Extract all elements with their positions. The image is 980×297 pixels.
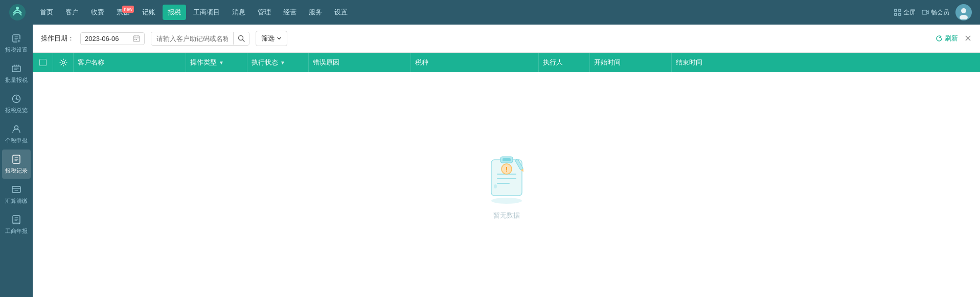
nav-item-accounting[interactable]: 记账 <box>137 5 161 20</box>
svg-rect-18 <box>13 216 20 224</box>
svg-point-25 <box>491 198 522 204</box>
settings-icon <box>59 58 67 67</box>
top-nav-right: 全屏 畅会员 <box>894 4 972 20</box>
close-button[interactable]: ✕ <box>964 34 972 43</box>
fullscreen-btn[interactable]: 全屏 <box>894 8 916 17</box>
sidebar-item-settlement[interactable]: 汇算清缴 <box>2 180 31 209</box>
nav-items: 首页 客户 收费 票据 new 记账 报税 工商项目 消息 管理 经营 服务 设… <box>35 5 894 20</box>
nav-item-service[interactable]: 服务 <box>304 5 327 20</box>
toolbar: 操作日期： <box>33 25 980 53</box>
th-client-name: 客户名称 <box>74 53 186 72</box>
sidebar-item-tax-settings[interactable]: 报税设置 <box>2 29 31 58</box>
logo[interactable] <box>8 3 27 22</box>
sidebar: 报税设置 批量报税 报税总览 <box>0 25 33 297</box>
refresh-icon <box>936 35 943 42</box>
sidebar-item-personal-tax[interactable]: 个税申报 <box>2 119 31 148</box>
nav-item-operation[interactable]: 经营 <box>278 5 302 20</box>
svg-point-8 <box>961 8 966 13</box>
th-exec-status[interactable]: 执行状态 ▼ <box>247 53 309 72</box>
nav-item-tax[interactable]: 报税 <box>163 5 186 20</box>
date-picker[interactable] <box>80 32 145 45</box>
svg-rect-5 <box>899 13 901 15</box>
th-end-time: 结束时间 <box>672 53 743 72</box>
nav-item-home[interactable]: 首页 <box>35 5 58 20</box>
svg-rect-20 <box>134 39 135 40</box>
table-container: 客户名称 操作类型 ▼ 执行状态 ▼ 错误原因 税种 执行人 <box>33 53 980 297</box>
sidebar-item-batch-tax[interactable]: 批量报税 <box>2 59 31 88</box>
th-error-reason: 错误原因 <box>309 53 411 72</box>
personal-tax-icon <box>11 123 22 135</box>
svg-text:!: ! <box>506 166 508 173</box>
svg-rect-3 <box>899 9 901 11</box>
nav-item-settings[interactable]: 设置 <box>329 5 353 20</box>
svg-rect-17 <box>12 186 20 193</box>
header-checkbox[interactable] <box>39 59 47 66</box>
sort-icon-exec-status: ▼ <box>280 60 285 66</box>
batch-tax-icon <box>11 63 22 74</box>
th-op-type[interactable]: 操作类型 ▼ <box>186 53 247 72</box>
empty-text: 暂无数据 <box>493 211 520 220</box>
th-start-time: 开始时间 <box>590 53 672 72</box>
toolbar-right: 刷新 ✕ <box>936 34 972 43</box>
svg-point-1 <box>16 7 19 10</box>
nav-item-ticket[interactable]: 票据 new <box>111 5 135 20</box>
main-layout: 报税设置 批量报税 报税总览 <box>0 25 980 297</box>
filter-button[interactable]: 筛选 <box>256 31 287 46</box>
chevron-down-icon <box>277 36 282 41</box>
th-checkbox[interactable] <box>33 53 53 72</box>
date-label: 操作日期： <box>41 34 74 43</box>
nav-item-fee[interactable]: 收费 <box>86 5 109 20</box>
svg-rect-4 <box>895 13 897 15</box>
video-icon <box>922 9 929 16</box>
sort-icon-op-type: ▼ <box>219 60 224 66</box>
search-wrap <box>151 32 249 46</box>
empty-image: ! <box>481 150 532 206</box>
svg-rect-2 <box>895 9 897 11</box>
nav-item-industry[interactable]: 工商项目 <box>188 5 225 20</box>
calendar-icon <box>133 35 140 42</box>
nav-item-manage[interactable]: 管理 <box>253 5 276 20</box>
search-input[interactable] <box>151 32 233 45</box>
svg-point-36 <box>494 184 497 188</box>
user-avatar[interactable] <box>955 4 972 20</box>
svg-point-14 <box>16 98 17 100</box>
svg-rect-12 <box>12 66 20 72</box>
tax-settings-icon <box>11 33 22 44</box>
annual-report-icon <box>11 214 22 225</box>
search-button[interactable] <box>233 32 249 45</box>
th-tax-type: 税种 <box>411 53 539 72</box>
avatar-icon <box>956 5 971 19</box>
svg-rect-6 <box>922 10 927 14</box>
svg-line-23 <box>243 40 245 42</box>
svg-rect-28 <box>503 158 511 161</box>
new-badge: new <box>122 6 134 13</box>
top-navigation: 首页 客户 收费 票据 new 记账 报税 工商项目 消息 管理 经营 服务 设… <box>0 0 980 25</box>
sidebar-item-tax-record[interactable]: 报税记录 <box>2 150 31 179</box>
svg-rect-19 <box>133 36 140 41</box>
sidebar-item-annual-report[interactable]: 工商年报 <box>2 210 31 239</box>
member-btn[interactable]: 畅会员 <box>922 8 949 17</box>
date-input[interactable] <box>85 35 130 43</box>
th-settings[interactable] <box>53 53 74 72</box>
table-header: 客户名称 操作类型 ▼ 执行状态 ▼ 错误原因 税种 执行人 <box>33 53 980 72</box>
content-area: 操作日期： <box>33 25 980 297</box>
svg-point-24 <box>62 61 64 64</box>
sidebar-item-tax-overview[interactable]: 报税总览 <box>2 89 31 118</box>
settlement-icon <box>11 184 22 195</box>
th-executor: 执行人 <box>539 53 590 72</box>
search-icon <box>238 35 245 42</box>
tax-record-icon <box>11 154 22 165</box>
empty-illustration: ! 暂无数据 <box>481 150 532 220</box>
nav-item-client[interactable]: 客户 <box>60 5 84 20</box>
fullscreen-icon <box>894 9 901 16</box>
nav-item-message[interactable]: 消息 <box>227 5 250 20</box>
tax-overview-icon <box>11 93 22 104</box>
table-body: ! 暂无数据 <box>33 72 980 297</box>
refresh-button[interactable]: 刷新 <box>936 34 958 43</box>
svg-rect-21 <box>136 39 137 40</box>
